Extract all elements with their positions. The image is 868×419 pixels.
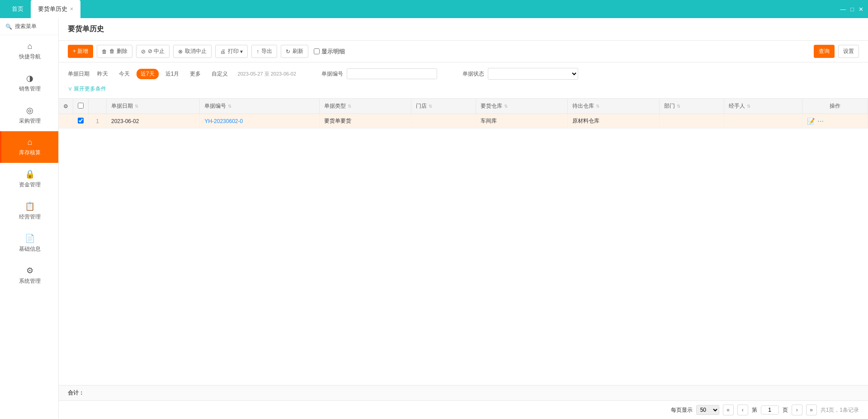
prev-page-button[interactable]: ‹ — [737, 405, 748, 415]
sidebar-item-purchase-mgmt[interactable]: ◎ 采购管理 — [0, 99, 58, 131]
sidebar-item-sys-mgmt-label: 系统管理 — [19, 277, 41, 285]
sidebar-item-base-info[interactable]: 📄 基础信息 — [0, 227, 58, 259]
doc-no-link[interactable]: YH-20230602-0 — [204, 118, 243, 124]
th-checkbox — [73, 99, 89, 114]
sidebar-search[interactable]: 🔍 搜索菜单 — [0, 18, 58, 35]
sort-req-warehouse-icon: ⇅ — [504, 104, 508, 109]
tab-requisition-history[interactable]: 要货单历史 × — [31, 0, 80, 18]
th-doc-date-label: 单据日期 — [111, 102, 133, 110]
date-btn-yesterday[interactable]: 昨天 — [93, 69, 112, 79]
page-title: 要货单历史 — [68, 24, 104, 34]
date-btn-last7days[interactable]: 近7天 — [137, 69, 159, 79]
export-button[interactable]: ↑ 导出 — [251, 45, 277, 58]
row-wait-warehouse: 原材料仓库 — [568, 114, 660, 129]
next-page-button[interactable]: › — [792, 405, 802, 415]
sidebar-item-base-info-label: 基础信息 — [19, 245, 41, 253]
show-detail-label: 显示明细 — [321, 48, 345, 56]
window-minimize[interactable]: — — [840, 6, 846, 13]
sidebar-item-inventory-label: 库存核算 — [19, 149, 41, 157]
print-button[interactable]: 🖨 打印 ▾ — [215, 45, 248, 58]
th-wait-warehouse[interactable]: 待出仓库 ⇅ — [568, 99, 660, 114]
tab-close-icon[interactable]: × — [70, 6, 73, 12]
data-table: ⚙ 单据日期 ⇅ — [59, 99, 868, 129]
sidebar-item-finance-label: 资金管理 — [19, 181, 41, 189]
doc-no-input[interactable] — [347, 68, 437, 79]
stop-icon: ⊘ — [141, 48, 146, 55]
sidebar-search-label: 搜索菜单 — [15, 23, 37, 30]
th-doc-no[interactable]: 单据编号 ⇅ — [200, 99, 320, 114]
window-controls: — □ ✕ — [840, 6, 863, 13]
print-icon: 🖨 — [220, 48, 226, 55]
row-more-button[interactable]: ⋯ — [817, 118, 824, 125]
select-all-checkbox[interactable] — [78, 103, 84, 109]
sidebar-item-sales-mgmt[interactable]: ◑ 销售管理 — [0, 67, 58, 99]
th-settings[interactable]: ⚙ — [59, 99, 73, 114]
sidebar: 🔍 搜索菜单 ⌂ 快捷导航 ◑ 销售管理 ◎ 采购管理 ⌂ 库存核算 🔒 资金管 — [0, 18, 59, 419]
th-ops: 操作 — [802, 99, 868, 114]
sort-wait-warehouse-icon: ⇅ — [596, 104, 599, 109]
row-edit-button[interactable]: 📝 — [807, 118, 815, 125]
th-doc-type[interactable]: 单据类型 ⇅ — [320, 99, 411, 114]
sidebar-item-operations[interactable]: 📋 经营管理 — [0, 195, 58, 227]
last-page-button[interactable]: » — [806, 405, 817, 415]
sidebar-item-quick-nav[interactable]: ⌂ 快捷导航 — [0, 35, 58, 67]
date-btn-last1month[interactable]: 近1月 — [161, 69, 184, 79]
first-page-button[interactable]: « — [723, 405, 734, 415]
stop-button[interactable]: ⊘ ⊘ 中止 — [136, 45, 170, 58]
new-button[interactable]: + 新增 — [68, 45, 93, 58]
th-store[interactable]: 门店 ⇅ — [411, 99, 476, 114]
refresh-button[interactable]: ↻ 刷新 — [281, 45, 308, 58]
status-label: 单据状态 — [462, 70, 484, 78]
top-bar: 首页 要货单历史 × — □ ✕ — [0, 0, 868, 18]
table-header-row: ⚙ 单据日期 ⇅ — [59, 99, 868, 114]
delete-button[interactable]: 🗑 🗑 删除 — [97, 45, 132, 58]
delete-icon: 🗑 — [102, 48, 107, 55]
th-doc-type-label: 单据类型 — [324, 102, 346, 110]
th-handler[interactable]: 经手人 ⇅ — [724, 99, 802, 114]
th-dept[interactable]: 部门 ⇅ — [659, 99, 724, 114]
date-btn-custom[interactable]: 自定义 — [208, 69, 232, 79]
table-container: ⚙ 单据日期 ⇅ — [59, 99, 868, 385]
sidebar-item-sys-mgmt[interactable]: ⚙ 系统管理 — [0, 259, 58, 291]
base-info-icon: 📄 — [25, 233, 35, 243]
th-doc-no-label: 单据编号 — [204, 102, 226, 110]
new-button-label: + 新增 — [73, 48, 88, 55]
tab-home[interactable]: 首页 — [5, 0, 31, 18]
sidebar-item-finance[interactable]: 🔒 资金管理 — [0, 163, 58, 195]
page-size-select[interactable]: 50 100 200 — [696, 405, 719, 415]
settings-button[interactable]: 设置 — [838, 45, 859, 58]
query-button[interactable]: 查询 — [814, 45, 835, 58]
search-icon: 🔍 — [5, 24, 12, 30]
print-label: 打印 — [228, 48, 239, 55]
filter-row-expand: ∨ 展开更多条件 — [68, 81, 859, 93]
show-detail-toggle[interactable]: 显示明细 — [314, 48, 345, 56]
table-body: 1 2023-06-02 YH-20230602-0 要货单要货 车间库 原材料… — [59, 114, 868, 129]
table-row[interactable]: 1 2023-06-02 YH-20230602-0 要货单要货 车间库 原材料… — [59, 114, 868, 129]
th-doc-date[interactable]: 单据日期 ⇅ — [107, 99, 200, 114]
tab-home-label: 首页 — [12, 5, 24, 13]
export-icon: ↑ — [256, 48, 259, 55]
row-checkbox[interactable] — [78, 118, 84, 124]
window-restore[interactable]: □ — [850, 6, 854, 13]
status-select[interactable] — [488, 68, 578, 80]
row-store — [411, 114, 476, 129]
date-btn-more[interactable]: 更多 — [186, 69, 205, 79]
show-detail-checkbox[interactable] — [314, 48, 320, 54]
page-info: 共1页，1条记录 — [821, 406, 859, 414]
th-dept-label: 部门 — [664, 102, 675, 110]
page-input[interactable] — [761, 405, 779, 414]
sidebar-item-operations-label: 经营管理 — [19, 213, 41, 221]
date-btn-today[interactable]: 今天 — [115, 69, 134, 79]
delete-button-label: 🗑 删除 — [109, 48, 127, 55]
sidebar-item-inventory[interactable]: ⌂ 库存核算 — [0, 131, 58, 163]
expand-filter-button[interactable]: ∨ 展开更多条件 — [68, 85, 106, 93]
row-doc-date: 2023-06-02 — [107, 114, 200, 129]
th-req-warehouse[interactable]: 要货仓库 ⇅ — [476, 99, 568, 114]
tab-requisition-history-label: 要货单历史 — [38, 5, 67, 13]
row-ops: 📝 ⋯ — [802, 114, 868, 129]
filter-area: 单据日期 昨天 今天 近7天 近1月 更多 自定义 2023-05-27 至 2… — [59, 62, 868, 99]
th-ops-label: 操作 — [830, 103, 840, 109]
pagination-bar: 每页显示 50 100 200 « ‹ 第 页 › » 共1页，1条记录 — [59, 400, 868, 419]
window-close[interactable]: ✕ — [859, 6, 863, 13]
cancel-stop-button[interactable]: ⊗ 取消中止 — [173, 45, 212, 58]
